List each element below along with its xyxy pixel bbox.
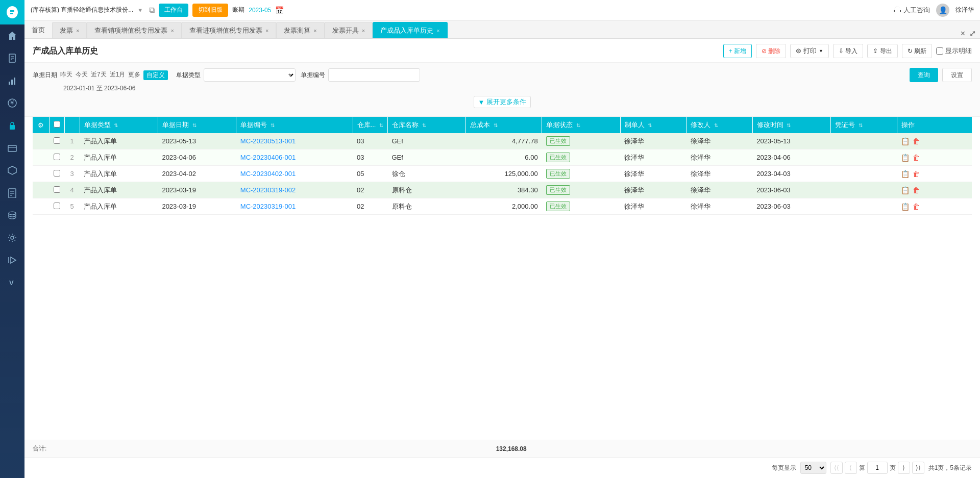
sidebar-item-data[interactable]: [0, 204, 24, 227]
edit-icon-2[interactable]: 📋: [901, 170, 910, 178]
first-page-button[interactable]: ⟨⟨: [830, 462, 843, 474]
sidebar-item-tax[interactable]: ¥: [0, 92, 24, 114]
switch-version-button[interactable]: 切到旧版: [192, 4, 228, 17]
copy-icon[interactable]: ⧉: [149, 6, 155, 15]
tab-product-stock-label: 产成品入库单历史: [380, 26, 433, 35]
filter-number-input[interactable]: [328, 68, 420, 82]
td-number-4: MC-20230319-001: [236, 198, 353, 215]
next-page-button[interactable]: ⟩: [898, 462, 910, 474]
row-checkbox-3[interactable]: [54, 186, 60, 193]
per-page-select[interactable]: 20 50 100: [800, 462, 826, 474]
sidebar-item-doc[interactable]: [0, 47, 24, 69]
edit-icon-0[interactable]: 📋: [901, 137, 910, 145]
show-detail-checkbox[interactable]: [936, 47, 943, 55]
delete-icon-2[interactable]: 🗑: [913, 170, 920, 178]
sidebar-item-stock[interactable]: [0, 159, 24, 182]
delete-icon-4[interactable]: 🗑: [913, 203, 920, 211]
sidebar-item-order[interactable]: [0, 182, 24, 204]
import-button[interactable]: ⇩ 导入: [833, 44, 863, 58]
print-button[interactable]: ⊜ 打印 ▼: [790, 44, 829, 58]
sidebar-item-media[interactable]: [0, 249, 24, 271]
select-all-checkbox[interactable]: [54, 121, 60, 128]
th-status[interactable]: 单据状态 ⇅: [542, 117, 620, 133]
filter-date-yesterday[interactable]: 昨天: [60, 70, 72, 80]
tab-close-all-button[interactable]: ×: [961, 29, 965, 38]
filter-type-select[interactable]: [204, 68, 296, 82]
prev-page-button[interactable]: ⟨: [845, 462, 857, 474]
row-checkbox-4[interactable]: [54, 203, 60, 209]
filter-date-custom[interactable]: 自定义: [143, 70, 168, 80]
svg-point-16: [9, 212, 16, 215]
last-page-button[interactable]: ⟩⟩: [912, 462, 924, 474]
tab-invoice-close[interactable]: ×: [76, 28, 79, 34]
td-number-link-1[interactable]: MC-20230406-001: [240, 154, 296, 161]
tab-sales-vat-close[interactable]: ×: [170, 28, 174, 34]
tab-purchase-vat[interactable]: 查看进项增值税专用发票 ×: [182, 22, 276, 38]
period-calendar-icon[interactable]: 📅: [275, 6, 284, 14]
delete-icon-3[interactable]: 🗑: [913, 186, 920, 194]
td-number-2: MC-20230402-001: [236, 166, 353, 182]
row-checkbox-0[interactable]: [54, 137, 60, 144]
th-total-cost[interactable]: 总成本 ⇅: [466, 117, 542, 133]
td-number-link-3[interactable]: MC-20230319-002: [240, 186, 296, 194]
tab-product-stock-close[interactable]: ×: [436, 28, 439, 34]
page-input[interactable]: [867, 462, 888, 474]
th-number[interactable]: 单据编号 ⇅: [236, 117, 353, 133]
td-date-0: 2023-05-13: [158, 133, 236, 149]
query-button[interactable]: 查询: [910, 68, 938, 82]
tab-product-stock[interactable]: 产成品入库单历史 ×: [373, 22, 447, 38]
export-button[interactable]: ⇪ 导出: [867, 44, 897, 58]
row-checkbox-2[interactable]: [54, 170, 60, 177]
sidebar-item-settings[interactable]: [0, 227, 24, 249]
delete-icon-1[interactable]: 🗑: [913, 154, 920, 162]
td-number-link-0[interactable]: MC-20230513-001: [240, 137, 296, 145]
row-checkbox-1[interactable]: [54, 154, 60, 160]
tab-expand-button[interactable]: ⤢: [969, 29, 976, 38]
set-button[interactable]: 设置: [942, 68, 972, 82]
workbench-button[interactable]: 工作台: [159, 4, 188, 17]
tab-invoice-issue[interactable]: 发票开具 ×: [325, 22, 373, 38]
tab-invoice[interactable]: 发票 ×: [52, 22, 87, 38]
tab-invoice-calc-close[interactable]: ×: [313, 28, 316, 34]
tab-invoice-issue-close[interactable]: ×: [362, 28, 365, 34]
company-dropdown-icon[interactable]: ▼: [137, 7, 143, 13]
edit-icon-1[interactable]: 📋: [901, 154, 910, 162]
th-settings[interactable]: ⚙: [33, 117, 49, 133]
sidebar-item-version[interactable]: V: [0, 271, 24, 294]
app-logo[interactable]: [0, 0, 24, 24]
tab-sales-vat[interactable]: 查看销项增值税专用发票 ×: [87, 22, 181, 38]
new-button[interactable]: + 新增: [723, 44, 752, 58]
th-warehouse-code[interactable]: 仓库... ⇅: [353, 117, 387, 133]
page-unit: 页: [890, 464, 896, 472]
sidebar-item-home[interactable]: [0, 24, 24, 47]
th-warehouse-name[interactable]: 仓库名称 ⇅: [388, 117, 466, 133]
refresh-button[interactable]: ↻ 刷新: [902, 44, 932, 58]
edit-icon-4[interactable]: 📋: [901, 203, 910, 211]
td-number-link-2[interactable]: MC-20230402-001: [240, 170, 296, 178]
delete-button[interactable]: ⊘ 删除: [756, 44, 786, 58]
username[interactable]: 徐泽华: [955, 6, 974, 14]
td-number-link-4[interactable]: MC-20230319-001: [240, 203, 296, 210]
th-voucher[interactable]: 凭证号 ⇅: [831, 117, 897, 133]
filter-date-today[interactable]: 今天: [76, 70, 88, 80]
expand-conditions-button[interactable]: ▼ 展开更多条件: [474, 96, 531, 108]
tab-invoice-calc[interactable]: 发票测算 ×: [276, 22, 324, 38]
tab-home[interactable]: 首页: [24, 22, 52, 38]
edit-icon-3[interactable]: 📋: [901, 186, 910, 194]
th-date[interactable]: 单据日期 ⇅: [158, 117, 236, 133]
th-modifier[interactable]: 修改人 ⇅: [687, 117, 753, 133]
filter-date-more[interactable]: 更多: [128, 70, 140, 80]
sidebar-item-chart[interactable]: [0, 69, 24, 92]
filter-date-7days[interactable]: 近7天: [91, 70, 107, 80]
sidebar-item-lock[interactable]: [0, 114, 24, 137]
service-button[interactable]: 人工咨询: [893, 6, 930, 15]
table-settings-icon[interactable]: ⚙: [38, 121, 44, 129]
th-modify-time[interactable]: 修改时间 ⇅: [752, 117, 830, 133]
th-type[interactable]: 单据类型 ⇅: [80, 117, 158, 133]
delete-icon-0[interactable]: 🗑: [913, 137, 920, 145]
sidebar-item-finance[interactable]: [0, 137, 24, 159]
filter-date-1month[interactable]: 近1月: [110, 70, 126, 80]
th-creator[interactable]: 制单人 ⇅: [620, 117, 687, 133]
td-modify-time-4: 2023-06-03: [752, 198, 830, 215]
tab-purchase-vat-close[interactable]: ×: [265, 28, 268, 34]
